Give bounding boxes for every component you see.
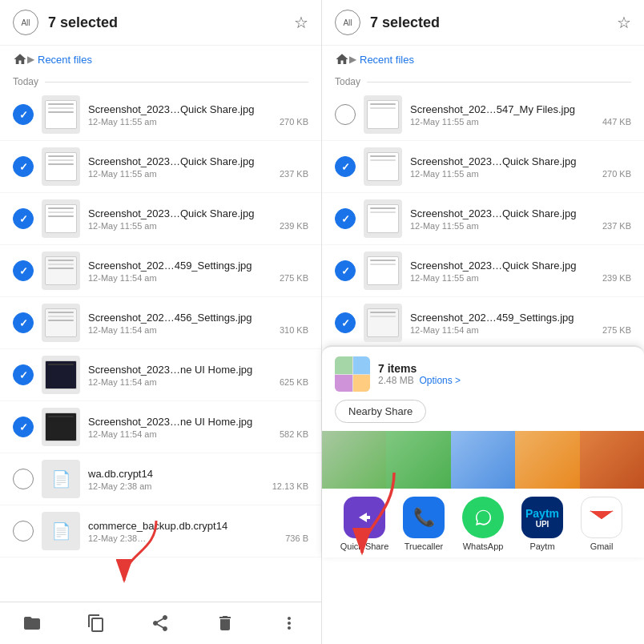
file-info-2-right: Screenshot_2023…Quick Share.jpg 12-May 1… bbox=[410, 155, 631, 179]
file-thumb-4-left bbox=[42, 252, 80, 290]
app-icon-whatsapp[interactable]: WhatsApp bbox=[453, 497, 513, 551]
more-options-button[interactable] bbox=[270, 610, 308, 636]
file-name-1-right: Screenshot_202…547_My Files.jpg bbox=[410, 103, 631, 115]
file-checkbox-1-left[interactable] bbox=[13, 104, 34, 125]
left-section-today: Today bbox=[0, 73, 321, 89]
home-icon-right bbox=[335, 52, 349, 66]
file-thumb-3-left bbox=[42, 199, 80, 238]
file-checkbox-2-left[interactable] bbox=[13, 156, 34, 177]
list-item[interactable]: Screenshot_2023…Quick Share.jpg 12-May 1… bbox=[0, 141, 321, 193]
file-meta-3-right: 12-May 11:55 am 237 KB bbox=[410, 221, 631, 231]
file-name-3-right: Screenshot_2023…Quick Share.jpg bbox=[410, 207, 631, 219]
file-checkbox-3-left[interactable] bbox=[13, 208, 34, 229]
file-meta-2-right: 12-May 11:55 am 270 KB bbox=[410, 169, 631, 179]
list-item[interactable]: Screenshot_2023…ne UI Home.jpg 12-May 11… bbox=[0, 349, 321, 401]
file-checkbox-8-left[interactable] bbox=[13, 469, 34, 489]
list-item[interactable]: Screenshot_2023…Quick Share.jpg 12-May 1… bbox=[322, 141, 644, 193]
right-breadcrumb: ▶ Recent files bbox=[322, 46, 644, 73]
file-checkbox-4-right[interactable] bbox=[335, 260, 356, 281]
file-meta-3-left: 12-May 11:55 am 239 KB bbox=[88, 221, 308, 231]
select-all-circle-right[interactable]: All bbox=[335, 10, 360, 35]
list-item[interactable]: Screenshot_2023…Quick Share.jpg 12-May 1… bbox=[0, 193, 321, 245]
file-name-7-left: Screenshot_2023…ne UI Home.jpg bbox=[88, 416, 308, 428]
breadcrumb-arrow-right: ▶ bbox=[349, 54, 356, 65]
share-count: 7 items bbox=[378, 362, 631, 375]
file-meta-2-left: 12-May 11:55 am 237 KB bbox=[88, 169, 308, 179]
file-checkbox-2-right[interactable] bbox=[335, 156, 356, 177]
list-item[interactable]: Screenshot_2023…Quick Share.jpg 12-May 1… bbox=[322, 245, 644, 297]
file-checkbox-4-left[interactable] bbox=[13, 260, 34, 281]
list-item[interactable]: Screenshot_202…547_My Files.jpg 12-May 1… bbox=[322, 89, 644, 141]
contact-icon-5 bbox=[580, 431, 644, 489]
app-icon-paytm[interactable]: Paytm UPI Paytm bbox=[513, 497, 572, 551]
select-all-circle-left[interactable]: All bbox=[13, 10, 38, 35]
file-meta-7-left: 12-May 11:54 am 582 KB bbox=[88, 429, 308, 439]
file-name-4-left: Screenshot_202…459_Settings.jpg bbox=[88, 260, 308, 272]
list-item[interactable]: Screenshot_202…456_Settings.jpg 12-May 1… bbox=[0, 297, 321, 349]
file-meta-5-left: 12-May 11:54 am 310 KB bbox=[88, 325, 308, 335]
list-item[interactable]: Screenshot_2023…ne UI Home.jpg 12-May 11… bbox=[0, 401, 321, 453]
file-name-2-right: Screenshot_2023…Quick Share.jpg bbox=[410, 155, 631, 167]
list-item[interactable]: 📄 commerce_backup.db.crypt14 12-May 2:38… bbox=[0, 505, 321, 557]
app-icon-gmail[interactable]: Gmail bbox=[572, 497, 631, 551]
file-info-4-right: Screenshot_2023…Quick Share.jpg 12-May 1… bbox=[410, 260, 631, 283]
file-checkbox-5-left[interactable] bbox=[13, 312, 34, 333]
file-checkbox-3-right[interactable] bbox=[335, 208, 356, 229]
left-selected-title: 7 selected bbox=[48, 14, 294, 31]
file-thumb-8-left: 📄 bbox=[42, 460, 80, 498]
truecaller-icon: 📞 bbox=[403, 497, 445, 538]
file-meta-5-right: 12-May 11:54 am 275 KB bbox=[410, 325, 631, 335]
thumb-cell-4 bbox=[353, 375, 371, 392]
whatsapp-icon bbox=[462, 497, 504, 538]
right-star-icon[interactable]: ☆ bbox=[617, 13, 631, 32]
right-panel: All 7 selected ☆ ▶ Recent files Today Sc… bbox=[322, 0, 644, 644]
file-info-3-right: Screenshot_2023…Quick Share.jpg 12-May 1… bbox=[410, 207, 631, 231]
share-header: 7 items 2.48 MB Options > bbox=[335, 356, 631, 392]
left-star-icon[interactable]: ☆ bbox=[294, 13, 308, 32]
quick-share-icon bbox=[344, 497, 385, 538]
file-thumb-1-right bbox=[364, 95, 402, 134]
file-checkbox-7-left[interactable] bbox=[13, 417, 34, 437]
list-item[interactable]: Screenshot_2023…Quick Share.jpg 12-May 1… bbox=[0, 89, 321, 141]
file-checkbox-5-right[interactable] bbox=[335, 312, 356, 333]
left-file-list: Screenshot_2023…Quick Share.jpg 12-May 1… bbox=[0, 89, 321, 602]
file-info-6-left: Screenshot_2023…ne UI Home.jpg 12-May 11… bbox=[88, 364, 308, 387]
file-thumb-4-right bbox=[364, 252, 402, 290]
file-info-4-left: Screenshot_202…459_Settings.jpg 12-May 1… bbox=[88, 260, 308, 283]
file-name-1-left: Screenshot_2023…Quick Share.jpg bbox=[88, 103, 308, 115]
delete-button[interactable] bbox=[206, 610, 244, 636]
file-meta-1-left: 12-May 11:55 am 270 KB bbox=[88, 117, 308, 127]
file-info-1-left: Screenshot_2023…Quick Share.jpg 12-May 1… bbox=[88, 103, 308, 127]
file-thumb-2-left bbox=[42, 147, 80, 186]
right-header: All 7 selected ☆ bbox=[322, 0, 644, 46]
move-to-folder-button[interactable] bbox=[13, 610, 51, 636]
share-button[interactable] bbox=[141, 610, 179, 636]
recent-files-link-right[interactable]: Recent files bbox=[360, 54, 414, 66]
copy-button[interactable] bbox=[77, 610, 115, 636]
paytm-icon: Paytm UPI bbox=[521, 497, 563, 538]
svg-point-2 bbox=[470, 505, 496, 530]
file-thumb-6-left bbox=[42, 356, 80, 394]
list-item[interactable]: Screenshot_202…459_Settings.jpg 12-May 1… bbox=[0, 245, 321, 297]
list-item[interactable]: Screenshot_2023…Quick Share.jpg 12-May 1… bbox=[322, 193, 644, 245]
file-info-3-left: Screenshot_2023…Quick Share.jpg 12-May 1… bbox=[88, 207, 308, 231]
share-bottom-sheet: 7 items 2.48 MB Options > Nearby Share bbox=[322, 345, 644, 557]
recent-files-link-left[interactable]: Recent files bbox=[38, 54, 92, 66]
file-name-9-left: commerce_backup.db.crypt14 bbox=[88, 520, 308, 532]
app-icon-truecaller[interactable]: 📞 Truecaller bbox=[394, 497, 453, 551]
file-info-1-right: Screenshot_202…547_My Files.jpg 12-May 1… bbox=[410, 103, 631, 127]
file-checkbox-9-left[interactable] bbox=[13, 521, 34, 541]
file-meta-8-left: 12-May 2:38 am 12.13 KB bbox=[88, 481, 308, 491]
app-icon-quick-share[interactable]: Quick Share bbox=[335, 497, 394, 551]
home-icon bbox=[13, 52, 27, 66]
select-all-label-left: All bbox=[21, 18, 30, 27]
list-item[interactable]: Screenshot_202…459_Settings.jpg 12-May 1… bbox=[322, 297, 644, 345]
list-item[interactable]: 📄 wa.db.crypt14 12-May 2:38 am 12.13 KB bbox=[0, 453, 321, 505]
nearby-share-button[interactable]: Nearby Share bbox=[335, 400, 426, 423]
file-thumb-7-left bbox=[42, 408, 80, 446]
options-link[interactable]: Options > bbox=[419, 375, 461, 386]
file-checkbox-1-right[interactable] bbox=[335, 104, 356, 125]
file-checkbox-6-left[interactable] bbox=[13, 364, 34, 385]
contact-icons-row bbox=[322, 431, 644, 489]
thumb-cell-1 bbox=[335, 356, 352, 374]
